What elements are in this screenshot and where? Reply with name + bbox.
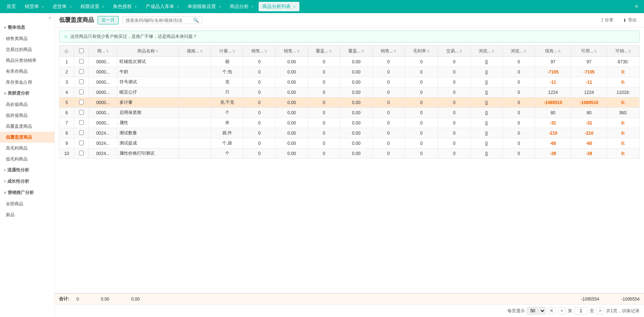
row-check[interactable] (74, 138, 89, 148)
sidebar-section-flow-analysis[interactable]: > 流通性分析 (0, 165, 54, 176)
row-check[interactable] (74, 148, 89, 159)
row-browse1[interactable]: 0 (470, 77, 503, 87)
share-button[interactable]: ⤴ 分享 (598, 16, 616, 24)
next-page-button[interactable]: > (596, 307, 604, 314)
row-browse1[interactable]: 0 (470, 148, 503, 159)
row-checkbox[interactable] (79, 59, 84, 64)
select-all-checkbox[interactable] (79, 48, 84, 53)
row-check[interactable] (74, 67, 89, 77)
th-sales-amount[interactable]: 销售...⇅ (275, 46, 308, 57)
th-current[interactable]: 现有...⇅ (535, 46, 571, 57)
sidebar-section-group-analysis[interactable]: ∨ 类群度分析 (0, 88, 54, 99)
sidebar-item-high-value[interactable]: 高价值商品 (0, 99, 54, 110)
row-checkbox[interactable] (79, 100, 84, 104)
nav-role-auth[interactable]: 角色授权 × (109, 2, 140, 11)
th-available[interactable]: 可用...⇅ (571, 46, 607, 57)
row-browse1[interactable]: 0 (470, 87, 503, 98)
row-browse1[interactable]: 0 (470, 67, 503, 77)
th-name[interactable]: 商品名称⇅ (117, 46, 178, 57)
nav-sales-order[interactable]: 销货单 × (21, 2, 47, 11)
sidebar-item-low-profit[interactable]: 低毛利商品 (0, 154, 54, 165)
th-saleable[interactable]: 可销...⇅ (607, 46, 640, 57)
sidebar-item-traded-goods[interactable]: 交易过的商品 (0, 44, 54, 55)
th-gross-rate[interactable]: 毛利率⇅ (405, 46, 438, 57)
sidebar-section-marketing-analysis[interactable]: ∨ 营销推广分析 (0, 187, 54, 198)
th-sales3[interactable]: 销售...⇅ (372, 46, 405, 57)
period-button[interactable]: 近一月 (98, 16, 119, 24)
page-size-select[interactable]: 50 20 100 (527, 307, 546, 315)
close-analysis-list-icon[interactable]: × (293, 4, 295, 9)
row-checkbox[interactable] (79, 130, 84, 135)
th-check[interactable] (74, 46, 89, 57)
nav-purchase-order[interactable]: 进货单 × (49, 2, 75, 11)
sidebar-collapse-button[interactable]: « (0, 13, 54, 22)
close-permissions-icon[interactable]: × (102, 4, 104, 9)
th-spec[interactable]: 规格...⇅ (179, 46, 211, 57)
close-sales-order-icon[interactable]: × (42, 4, 44, 9)
sidebar-item-category-rate[interactable]: 商品分类动销率 (0, 55, 54, 66)
row-name: 测试提成 (117, 138, 178, 148)
row-browse1[interactable]: 0 (470, 138, 503, 148)
sidebar-section-overall[interactable]: ∨ 整体信息 (0, 22, 54, 33)
row-checkbox[interactable] (79, 90, 84, 94)
th-browse1[interactable]: 浏览...⇅ (470, 46, 503, 57)
sidebar-item-new-goods[interactable]: 新品 (0, 209, 54, 220)
row-browse1[interactable]: 0 (470, 128, 503, 138)
current-page-input[interactable] (574, 307, 588, 314)
nav-analysis-list[interactable]: 商品分析列表 × (259, 2, 299, 11)
th-cover1[interactable]: 覆盖...⇅ (308, 46, 340, 57)
search-input[interactable] (126, 18, 191, 23)
nav-product-analysis[interactable]: 商品分析 × (226, 2, 257, 11)
row-checkbox[interactable] (79, 69, 84, 74)
th-sales-count[interactable]: 销售...⇅ (243, 46, 276, 57)
row-check[interactable] (74, 128, 89, 138)
row-check[interactable] (74, 87, 89, 98)
row-current: 97 (535, 57, 571, 67)
row-checkbox[interactable] (79, 140, 84, 145)
row-checkbox[interactable] (79, 120, 84, 125)
row-check[interactable] (74, 57, 89, 67)
row-checkbox[interactable] (79, 110, 84, 115)
row-browse1[interactable]: 0 (470, 98, 503, 108)
close-all-button[interactable]: × (632, 3, 641, 11)
sidebar-item-sales-goods[interactable]: 销售类商品 (0, 33, 54, 44)
row-browse1[interactable]: 0 (470, 108, 503, 118)
close-analysis-icon[interactable]: × (251, 4, 254, 9)
row-check[interactable] (74, 108, 89, 118)
row-sales-count: 0 (243, 118, 276, 128)
sidebar-item-high-coverage[interactable]: 高覆盖度商品 (0, 121, 54, 132)
th-code[interactable]: 商...⇅ (89, 46, 117, 57)
row-spec (179, 108, 211, 118)
sidebar-section-growth-analysis[interactable]: > 成长性分析 (0, 176, 54, 187)
sidebar-item-low-value[interactable]: 低价值商品 (0, 110, 54, 121)
row-check[interactable] (74, 77, 89, 87)
row-checkbox[interactable] (79, 79, 84, 84)
row-checkbox[interactable] (79, 151, 84, 155)
row-check[interactable] (74, 118, 89, 128)
sidebar-item-stock-capital[interactable]: 库存资金占用 (0, 77, 54, 88)
nav-production-inbound[interactable]: 产成品入库单 × (142, 2, 182, 11)
sidebar-item-stocked-goods[interactable]: 有库存商品 (0, 66, 54, 77)
nav-template-settings[interactable]: 单据模板设置 × (184, 2, 224, 11)
row-browse1[interactable]: 0 (470, 57, 503, 67)
th-browse2[interactable]: 浏览...⇅ (503, 46, 535, 57)
nav-home[interactable]: 首页 (3, 2, 20, 11)
search-icon[interactable]: 🔍 (193, 17, 199, 23)
th-settings[interactable]: ⚙ (59, 46, 74, 57)
row-check[interactable] (74, 98, 89, 108)
close-purchase-order-icon[interactable]: × (69, 4, 71, 9)
close-production-icon[interactable]: × (177, 4, 179, 9)
prev-page-button[interactable]: < (558, 307, 566, 314)
th-unit[interactable]: 计量...⇅ (211, 46, 243, 57)
row-browse1[interactable]: 0 (470, 118, 503, 128)
sidebar-item-low-coverage[interactable]: 低覆盖度商品 (0, 132, 54, 143)
first-page-button[interactable]: K (548, 307, 556, 314)
close-template-icon[interactable]: × (219, 4, 221, 9)
export-button[interactable]: ⬇ 导出 (620, 16, 640, 24)
th-trade[interactable]: 交易...⇅ (438, 46, 471, 57)
sidebar-item-high-profit[interactable]: 高毛利商品 (0, 143, 54, 154)
sidebar-item-all-goods[interactable]: 全部商品 (0, 198, 54, 209)
nav-permissions[interactable]: 权限设置 × (77, 2, 108, 11)
close-role-auth-icon[interactable]: × (134, 4, 137, 9)
th-cover2[interactable]: 覆盖...⇅ (340, 46, 373, 57)
